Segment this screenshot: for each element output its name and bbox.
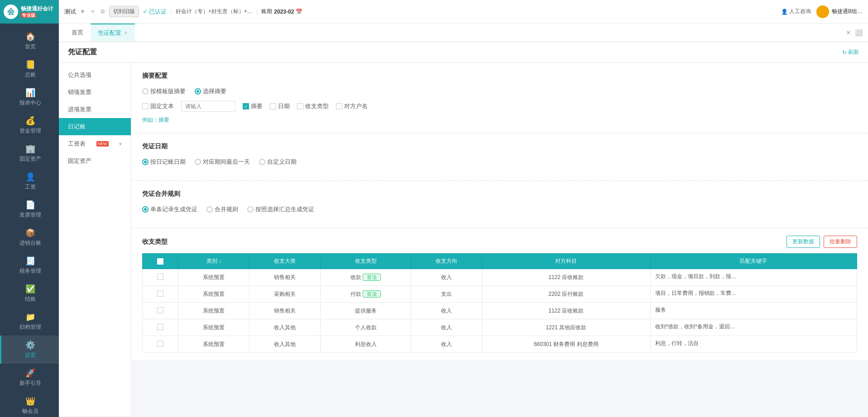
radio-custom-date[interactable]: 自定义日期 — [259, 158, 297, 166]
update-data-button[interactable]: 更新数据 — [786, 236, 820, 248]
sidebar-item-label: 工资 — [25, 183, 36, 191]
sidebar-item-label: 首页 — [25, 43, 36, 51]
left-nav-label: 公共选项 — [68, 71, 91, 78]
sidebar-item-label: 新手引导 — [19, 379, 41, 387]
sidebar-item-funds[interactable]: 💰资金管理 — [0, 111, 59, 139]
sidebar-item-reports[interactable]: 📊报表中心 — [0, 83, 59, 111]
sidebar-item-label: 固定资产 — [19, 155, 41, 163]
sidebar-item-ledger[interactable]: 📒总账 — [0, 55, 59, 83]
sidebar-item-invoice[interactable]: 📄发票管理 — [0, 195, 59, 223]
left-nav-label: 固定资产 — [68, 157, 91, 164]
row-type-0: 收款 置顶 — [320, 269, 411, 286]
row-checkbox-2[interactable] — [143, 303, 178, 319]
sidebar-item-member[interactable]: 👑畅会员 — [0, 392, 59, 417]
radio-template-summary[interactable]: 按模板版摘要 — [142, 87, 186, 95]
radio-select-summary[interactable]: 选择摘要 — [195, 87, 226, 95]
checkbox-fixed-text[interactable]: 固定文本 — [142, 102, 174, 110]
type-tag-0[interactable]: 置顶 — [363, 274, 381, 281]
content-body: 公共选项销项发票进项发票日记账工资表NEW▾固定资产 摘要配置 按模板版摘要 — [59, 63, 868, 416]
left-nav-item-fixed_assets[interactable]: 固定资产 — [59, 152, 131, 170]
radio-single-record[interactable]: 单条记录生成凭证 — [142, 205, 197, 213]
radio-select-total[interactable]: 按照选择汇总生成凭证 — [247, 205, 314, 213]
reports-icon: 📊 — [25, 88, 35, 98]
tab-voucher-config[interactable]: 凭证配置× — [91, 24, 135, 42]
home-icon: 🏠 — [25, 32, 35, 42]
checkbox-box-date — [270, 103, 276, 109]
tags: 好会计（专）+好生意（标）+… — [176, 8, 253, 15]
sidebar: 会 畅捷通好会计 专业版 🏠首页📒总账📊报表中心💰资金管理🏢固定资产👤工资📄发票… — [0, 0, 59, 417]
row-checkbox-0[interactable] — [143, 269, 178, 286]
invoice-icon: 📄 — [25, 200, 35, 210]
window-expand-icon[interactable]: ⬜ — [855, 29, 863, 36]
sidebar-item-guide[interactable]: 🚀新手引导 — [0, 364, 59, 392]
sidebar-item-assets[interactable]: 🏢固定资产 — [0, 139, 59, 167]
row-major-type-2: 销售相关 — [249, 303, 321, 319]
row-keywords-1: 项目，日常费用，报销款，车费，承兑汇票，付款 — [650, 286, 857, 303]
table-header: 类别 ↓收支大类收支类型收支方向对方科目匹配关键字 — [143, 254, 857, 269]
settlement-icon: ✅ — [25, 284, 35, 294]
left-nav: 公共选项销项发票进项发票日记账工资表NEW▾固定资产 — [59, 63, 131, 416]
checkbox-box-counterpart — [336, 103, 342, 109]
row-checkbox-1[interactable] — [143, 286, 178, 303]
salary-icon: 👤 — [25, 172, 35, 182]
checkbox-date[interactable]: 日期 — [270, 102, 290, 110]
batch-delete-button[interactable]: 批量删除 — [824, 236, 857, 248]
merge-radio-group: 单条记录生成凭证 合并规则 按照选择汇总生成凭证 — [142, 205, 857, 213]
left-nav-item-public[interactable]: 公共选项 — [59, 66, 131, 84]
sidebar-item-label: 归档管理 — [19, 323, 41, 331]
sidebar-item-purchase[interactable]: 📦进销台账 — [0, 223, 59, 251]
assets-icon: 🏢 — [25, 144, 35, 154]
checkbox-summary[interactable]: ✓ 摘要 — [243, 102, 263, 110]
tab-home[interactable]: 首页 — [64, 24, 91, 41]
logo: 会 畅捷通好会计 专业版 — [0, 0, 59, 24]
row-checkbox-4[interactable] — [143, 336, 178, 353]
sidebar-item-tax[interactable]: 🧾税务管理 — [0, 251, 59, 280]
company-dropdown-icon[interactable]: ▼ — [80, 8, 86, 15]
sidebar-item-home[interactable]: 🏠首页 — [0, 27, 59, 55]
sidebar-item-settlement[interactable]: ✅结账 — [0, 280, 59, 308]
calendar-icon[interactable]: 📅 — [296, 9, 302, 15]
radio-period-last[interactable]: 对应期间最后一天 — [195, 158, 250, 166]
payment-type-section: 收支类型 更新数据 批量删除 类别 ↓收支大类收支类型收支方向对方科目匹配关键字 — [131, 228, 868, 360]
radio-journal-date[interactable]: 按日记账日期 — [142, 158, 186, 166]
sidebar-item-label: 报表中心 — [19, 99, 41, 107]
row-direction-3: 收入 — [411, 319, 482, 336]
sidebar-item-archive[interactable]: 📁归档管理 — [0, 308, 59, 336]
select-all-checkbox[interactable] — [157, 258, 163, 265]
left-nav-item-purchase_inv[interactable]: 进项发票 — [59, 101, 131, 118]
content-area: 首页凭证配置× ✕ ⬜ 凭证配置 ↻ 刷新 公共选项销项发票进项发票日记账工资表… — [59, 24, 868, 417]
checkbox-box-type — [297, 103, 303, 109]
table-th-2: 收支大类 — [249, 254, 321, 269]
fixed-text-input[interactable] — [181, 101, 235, 112]
row-category-0: 系统预置 — [178, 269, 249, 286]
radio-dot-merge — [206, 206, 213, 213]
page-title: 凭证配置 — [68, 47, 97, 57]
refresh-button[interactable]: ↻ 刷新 — [842, 48, 859, 56]
checkbox-counterpart[interactable]: 对方户名 — [336, 102, 368, 110]
company-name: 测试 — [64, 8, 76, 16]
row-checkbox-3[interactable] — [143, 319, 178, 336]
row-type-1: 付款 置顶 — [320, 286, 411, 303]
radio-dot-period-last — [195, 159, 201, 165]
add-icon[interactable]: ＋ — [89, 7, 96, 16]
table-th-0 — [143, 254, 178, 269]
row-account-4: 660301 财务费用 利息费用 — [482, 336, 650, 353]
sidebar-item-settings[interactable]: ⚙️设置 — [0, 336, 59, 364]
window-close-icon[interactable]: ✕ — [846, 29, 851, 36]
tax-icon: 🧾 — [25, 256, 35, 266]
checkbox-type[interactable]: 收支类型 — [297, 102, 329, 110]
row-direction-4: 收入 — [411, 336, 482, 353]
left-nav-item-journal[interactable]: 日记账 — [59, 118, 131, 135]
gear-icon[interactable]: ⚙ — [100, 8, 106, 15]
page-content: 凭证配置 ↻ 刷新 公共选项销项发票进项发票日记账工资表NEW▾固定资产 摘要配… — [59, 42, 868, 417]
tab-close-icon[interactable]: × — [124, 29, 128, 36]
switch-old-version-button[interactable]: 切到旧版 — [109, 6, 139, 17]
type-tag-1[interactable]: 置顶 — [363, 290, 381, 298]
radio-merge-rule[interactable]: 合并规则 — [206, 205, 238, 213]
left-nav-item-payroll[interactable]: 工资表NEW▾ — [59, 135, 131, 152]
left-nav-label: 销项发票 — [68, 89, 91, 95]
user-menu[interactable]: 畅捷通B组… — [816, 5, 863, 18]
sidebar-item-salary[interactable]: 👤工资 — [0, 167, 59, 195]
help-button[interactable]: 👤 人工咨询 — [781, 8, 811, 15]
left-nav-item-sales[interactable]: 销项发票 — [59, 84, 131, 101]
